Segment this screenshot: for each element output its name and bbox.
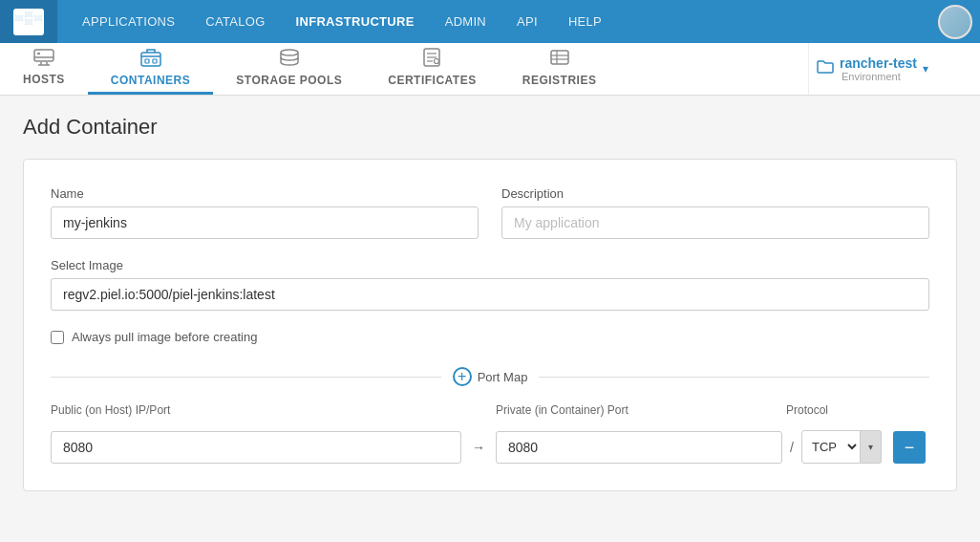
port-arrow-icon: → [461,440,496,455]
subnav-storage-pools[interactable]: STORAGE POOLS [213,43,365,95]
subnav-certificates[interactable]: CERTIFICATES [365,43,499,95]
name-description-row: Name Description [51,186,929,239]
nav-help[interactable]: HELP [553,0,617,43]
sub-nav-items: HOSTS CONTAINERS [0,43,808,95]
subnav-hosts-label: HOSTS [23,73,65,86]
public-port-input[interactable] [51,431,461,464]
svg-rect-6 [25,19,32,25]
name-group: Name [51,186,479,239]
port-map-line-left [51,377,441,378]
subnav-registries[interactable]: REGISTRIES [500,43,620,95]
chevron-down-icon: ▾ [923,62,928,76]
nav-infrastructure[interactable]: INFRASTRUCTURE [281,0,430,43]
env-selector[interactable]: rancher-test Environment ▾ [809,52,936,86]
protocol-chevron-icon: ▾ [861,430,882,464]
svg-rect-8 [34,50,53,61]
action-col-header [882,401,929,423]
public-port-col-header: Public (on Host) IP/Port [51,401,461,423]
subnav-registries-label: REGISTRIES [522,74,597,87]
containers-icon [140,48,161,70]
protocol-col-header: Protocol [786,401,882,423]
minus-icon: − [905,439,915,456]
svg-rect-23 [551,51,568,64]
hosts-icon [33,49,54,69]
svg-rect-5 [25,11,32,17]
protocol-label: Protocol [786,403,828,417]
private-port-input[interactable] [496,431,782,464]
env-folder-icon [817,59,834,78]
name-label: Name [51,186,479,201]
image-group: Select Image [51,258,929,311]
env-selector-area: rancher-test Environment ▾ [808,43,980,95]
private-port-input-wrap [496,431,782,464]
svg-rect-16 [153,59,157,63]
always-pull-row: Always pull image before creating [51,330,929,344]
always-pull-checkbox[interactable] [51,331,64,344]
env-info: rancher-test Environment [840,55,917,82]
name-input[interactable] [51,206,479,239]
remove-port-button[interactable]: − [893,431,926,464]
public-port-input-wrap [51,431,461,464]
registries-icon [550,48,569,70]
image-label: Select Image [51,258,929,272]
sub-nav: HOSTS CONTAINERS [0,43,980,96]
user-avatar[interactable] [938,5,972,39]
env-label: Environment [842,71,917,82]
always-pull-label[interactable]: Always pull image before creating [72,330,257,344]
logo[interactable] [0,0,57,43]
form-card: Name Description Select Image Always pul… [23,159,957,491]
logo-icon [13,9,44,35]
nav-applications[interactable]: APPLICATIONS [67,0,190,43]
env-name: rancher-test [840,55,917,71]
svg-point-17 [281,50,298,55]
private-port-label: Private (in Container) Port [496,403,628,417]
description-input[interactable] [501,206,929,239]
nav-admin[interactable]: ADMIN [430,0,501,43]
port-slash-divider: / [782,440,801,455]
top-nav-right [938,5,972,39]
top-nav: APPLICATIONS CATALOG INFRASTRUCTURE ADMI… [0,0,980,43]
certificates-icon [422,48,441,70]
subnav-storage-pools-label: STORAGE POOLS [236,74,342,87]
public-port-label: Public (on Host) IP/Port [51,403,170,417]
svg-rect-15 [145,59,149,63]
port-action-area: − [882,431,929,464]
page-title: Add Container [23,115,957,140]
avatar-image [940,7,970,37]
subnav-containers[interactable]: CONTAINERS [88,43,213,95]
top-nav-links: APPLICATIONS CATALOG INFRASTRUCTURE ADMI… [57,0,938,43]
subnav-containers-label: CONTAINERS [111,74,190,87]
port-map-header: + Port Map [51,367,929,386]
svg-rect-14 [141,53,160,66]
svg-rect-10 [37,53,40,54]
description-group: Description [501,186,929,239]
subnav-hosts[interactable]: HOSTS [0,43,88,95]
nav-api[interactable]: API [501,0,553,43]
subnav-certificates-label: CERTIFICATES [388,74,476,87]
svg-rect-4 [15,15,23,21]
port-map-line-right [539,377,929,378]
storage-icon [279,48,300,70]
protocol-select[interactable]: TCP UDP [801,430,861,464]
port-map-row: → / TCP UDP ▾ − [51,430,929,464]
description-label: Description [501,186,929,201]
add-port-map-button[interactable]: + [453,367,472,386]
port-map-text: Port Map [478,370,528,384]
private-port-col-header: Private (in Container) Port [496,401,767,423]
protocol-select-wrap: TCP UDP ▾ [801,430,882,464]
svg-rect-7 [34,15,42,21]
slash-col-header [767,401,786,423]
image-input[interactable] [51,278,929,311]
svg-point-22 [435,59,439,64]
arrow-col-header [461,401,496,423]
nav-catalog[interactable]: CATALOG [190,0,280,43]
page-content: Add Container Name Description Select Im… [0,96,980,510]
port-map-label-area: + Port Map [441,367,540,386]
port-map-col-headers: Public (on Host) IP/Port Private (in Con… [51,401,929,423]
